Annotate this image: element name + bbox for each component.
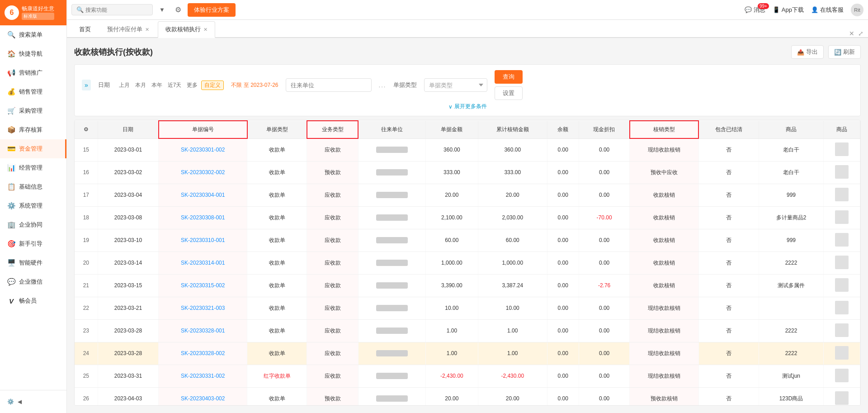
cell-balance: 0.00	[547, 342, 579, 365]
cell-date: 2023-03-28	[98, 342, 158, 365]
date-this-month[interactable]: 本月	[133, 81, 148, 90]
voucher-no-link[interactable]: SK-20230328-002	[181, 350, 225, 356]
sidebar-item-search[interactable]: 🔍 搜索菜单	[0, 25, 66, 44]
filter-expand[interactable]: ∨ 展开更多条件	[82, 103, 853, 110]
cell-voucher-type: 收款单	[247, 161, 307, 184]
sidebar-item-wechat[interactable]: 💬 企业微信	[0, 272, 66, 291]
voucher-no-link[interactable]: SK-20230301-002	[181, 147, 225, 153]
sidebar-item-quicknav[interactable]: 🏠 快捷导航	[0, 44, 66, 63]
filter-bar: » 日期 上月 本月 本年 近7天 更多 自定义 不限 至 2023-07-26…	[74, 64, 861, 116]
sidebar-item-fund[interactable]: 💳 资金管理	[0, 139, 66, 158]
date-more[interactable]: 更多	[185, 81, 199, 90]
user-avatar[interactable]: Rit	[851, 4, 863, 16]
date-custom-button[interactable]: 自定义	[201, 81, 224, 90]
cell-goods: 2222	[759, 319, 824, 342]
tab-expand-icon[interactable]: ⤢	[858, 30, 863, 37]
voucher-no-link[interactable]: SK-20230302-002	[181, 169, 225, 176]
sidebar-item-label: 智能硬件	[19, 259, 42, 267]
sidebar-item-inventory[interactable]: 📦 库存核算	[0, 120, 66, 139]
voucher-no-link[interactable]: SK-20230304-001	[181, 192, 225, 198]
sidebar-item-sales[interactable]: 💰 销售管理	[0, 82, 66, 101]
voucher-type-select[interactable]: 单据类型	[424, 78, 487, 92]
cell-amount: 20.00	[425, 387, 478, 406]
online-service-button[interactable]: 👤 在线客服	[811, 6, 844, 14]
voucher-no-link[interactable]: SK-20230403-002	[181, 395, 225, 402]
sidebar-item-enterprise[interactable]: 🏢 企业协同	[0, 215, 66, 234]
cell-verified-amount: 1.00	[478, 319, 547, 342]
sidebar-item-label: 新手引导	[19, 240, 42, 248]
tab-home[interactable]: 首页	[71, 21, 99, 37]
cell-biz-type: 预收款	[307, 161, 358, 184]
cell-num: 22	[75, 297, 98, 319]
cell-goods: 2222	[759, 342, 824, 365]
sidebar-item-label: 企业协同	[19, 221, 42, 229]
export-icon: 📤	[797, 49, 804, 56]
sidebar-item-label: 快捷导航	[19, 50, 42, 58]
tab-close-collection[interactable]: ✕	[203, 27, 208, 33]
gear-icon[interactable]: ⚙	[171, 4, 185, 16]
logo-text: 畅康道好生意	[22, 5, 54, 13]
app-download-button[interactable]: 📱 App下载	[773, 6, 804, 14]
refresh-button[interactable]: 🔄 刷新	[828, 45, 861, 59]
cell-cash-discount: 0.00	[579, 365, 629, 387]
sidebar-item-member[interactable]: V 畅会员	[0, 291, 66, 310]
tab-close-all[interactable]: ✕	[849, 30, 854, 37]
cell-partner: ██████	[358, 138, 425, 161]
filter-query-area: 查询 设置	[495, 70, 523, 100]
date-last-month[interactable]: 上月	[117, 81, 132, 90]
date-7days[interactable]: 近7天	[166, 81, 184, 90]
sidebar-item-operation[interactable]: 📊 经营管理	[0, 158, 66, 177]
sidebar-item-label: 基础信息	[19, 183, 42, 191]
cell-amount: 360.00	[425, 138, 478, 161]
cell-goods	[759, 297, 824, 319]
voucher-no-link[interactable]: SK-20230315-002	[181, 282, 225, 289]
filter-toggle-button[interactable]: »	[82, 80, 91, 90]
tab-prepay[interactable]: 预付冲应付单 ✕	[99, 21, 157, 37]
query-button[interactable]: 查询	[495, 70, 523, 84]
cell-verify-type: 现结收款核销	[630, 342, 699, 365]
sidebar-item-marketing[interactable]: 📢 营销推广	[0, 63, 66, 82]
filter-settings-button[interactable]: 设置	[495, 86, 523, 100]
cell-verify-type: 收款核销	[630, 229, 699, 252]
solution-button[interactable]: 体验行业方案	[188, 3, 236, 17]
cell-voucher-type: 收款单	[247, 184, 307, 206]
cell-date: 2023-03-31	[98, 365, 158, 387]
topbar-dropdown[interactable]: ▼	[156, 5, 169, 15]
date-this-year[interactable]: 本年	[150, 81, 164, 90]
tab-close-prepay[interactable]: ✕	[145, 27, 149, 33]
cell-goods: 123D商品	[759, 387, 824, 406]
voucher-no-link[interactable]: SK-20230314-001	[181, 260, 225, 266]
partner-input[interactable]	[286, 78, 372, 92]
th-settings[interactable]: ⚙	[75, 121, 98, 138]
voucher-no-link[interactable]: SK-20230310-001	[181, 237, 225, 243]
cell-cash-discount: -70.00	[579, 206, 629, 229]
sidebar-item-hardware[interactable]: 🖥️ 智能硬件	[0, 253, 66, 272]
sidebar-item-purchase[interactable]: 🛒 采购管理	[0, 101, 66, 120]
cell-num: 26	[75, 387, 98, 406]
voucher-no-link[interactable]: SK-20230331-002	[181, 373, 225, 379]
tab-collection[interactable]: 收款核销执行 ✕	[158, 21, 215, 38]
tab-prepay-label: 预付冲应付单	[107, 25, 142, 33]
messages-button[interactable]: 💬 消息 99+	[745, 6, 765, 14]
cell-cash-discount: 0.00	[579, 297, 629, 319]
voucher-no-link[interactable]: SK-20230328-001	[181, 328, 225, 334]
topbar-search[interactable]: 🔍	[71, 4, 153, 15]
cell-amount: -2,430.00	[425, 365, 478, 387]
cell-biz-type: 应收款	[307, 319, 358, 342]
voucher-no-link[interactable]: SK-20230321-003	[181, 305, 225, 311]
sidebar-item-basic[interactable]: 📋 基础信息	[0, 177, 66, 196]
cell-include-settled: 否	[698, 274, 759, 297]
cell-partner: ██████	[358, 252, 425, 274]
export-button[interactable]: 📤 导出	[791, 45, 824, 59]
sidebar-settings[interactable]: ⚙️ ◀	[0, 395, 66, 408]
sidebar-item-system[interactable]: ⚙️ 系统管理	[0, 196, 66, 215]
th-voucher-no: 单据编号	[159, 121, 247, 138]
sidebar-item-guide[interactable]: 🎯 新手引导	[0, 234, 66, 253]
table-container[interactable]: ⚙ 日期 单据编号 单据类型 业务类型 往来单位 单据金额 累计核销金额 余额 …	[74, 120, 861, 406]
service-icon: 👤	[811, 6, 818, 13]
search-input[interactable]	[85, 7, 144, 13]
filter-dots: ...	[379, 82, 387, 89]
cell-goods: 老白干	[759, 138, 824, 161]
cell-num: 19	[75, 229, 98, 252]
voucher-no-link[interactable]: SK-20230308-001	[181, 214, 225, 221]
